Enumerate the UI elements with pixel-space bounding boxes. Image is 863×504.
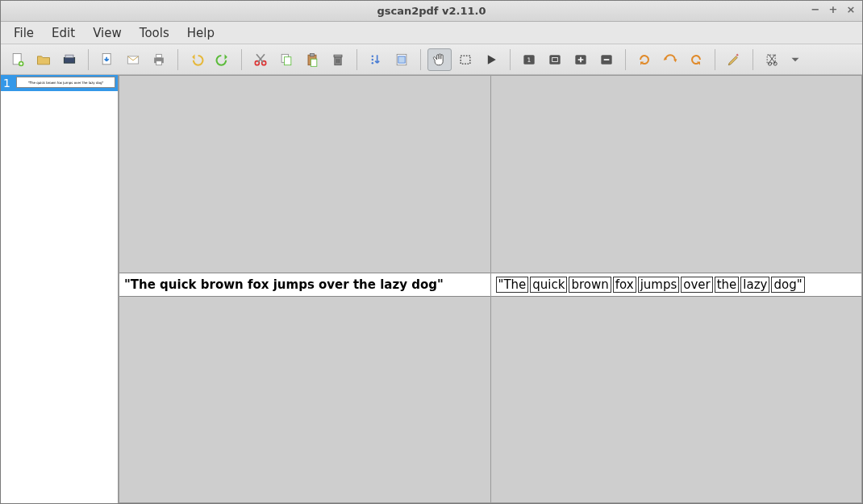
delete-icon[interactable] (326, 48, 350, 71)
pan-hand-icon[interactable] (427, 48, 452, 71)
menubar: File Edit View Tools Help (1, 22, 862, 44)
svg-rect-12 (285, 56, 291, 65)
window-title: gscan2pdf v2.11.0 (377, 5, 486, 17)
svg-rect-22 (398, 56, 405, 62)
thumbnail-panel[interactable]: 1 "The quick brown fox jumps over the la… (1, 75, 119, 503)
svg-point-31 (768, 61, 771, 65)
zoom-100-icon[interactable]: 1 (517, 48, 541, 71)
svg-rect-23 (461, 56, 470, 64)
menu-view[interactable]: View (85, 23, 130, 43)
svg-rect-17 (334, 55, 342, 57)
svg-rect-15 (311, 59, 317, 66)
menu-file[interactable]: File (6, 23, 42, 43)
svg-text:1: 1 (527, 56, 532, 64)
redo-icon[interactable] (211, 48, 235, 71)
image-view[interactable]: "The quick brown fox jumps over the lazy… (119, 75, 490, 503)
window-controls: − + × (809, 3, 857, 15)
svg-rect-26 (549, 55, 560, 65)
toolbar: 1 (1, 44, 862, 75)
ocr-word[interactable]: the (715, 277, 740, 293)
menu-tools[interactable]: Tools (131, 23, 177, 43)
select-rect-icon[interactable] (453, 48, 477, 71)
document-text: "The quick brown fox jumps over the lazy… (124, 277, 444, 292)
renumber-icon[interactable] (364, 48, 388, 71)
ocr-word[interactable]: quick (530, 277, 567, 293)
select-all-icon[interactable] (390, 48, 414, 71)
ocr-word[interactable]: jumps (638, 277, 680, 293)
ocr-word[interactable]: brown (569, 277, 611, 293)
crop-icon[interactable] (760, 48, 784, 71)
rotate-180-icon[interactable] (658, 48, 682, 71)
zoom-fit-icon[interactable] (543, 48, 567, 71)
open-folder-icon[interactable] (31, 48, 56, 71)
rotate-ccw-icon[interactable] (684, 48, 708, 71)
svg-point-19 (372, 58, 374, 60)
workspace: 1 "The quick brown fox jumps over the la… (1, 75, 862, 503)
svg-rect-3 (65, 55, 73, 57)
thumbnail-item[interactable]: 1 "The quick brown fox jumps over the la… (1, 75, 118, 91)
thumbnail-number: 1 (3, 77, 13, 90)
menu-help[interactable]: Help (179, 23, 223, 43)
email-icon[interactable] (121, 48, 145, 71)
close-button[interactable]: × (844, 3, 857, 15)
titlebar: gscan2pdf v2.11.0 − + × (1, 1, 862, 22)
play-icon[interactable] (479, 48, 503, 71)
thumbnail-preview: "The quick brown fox jumps over the lazy… (16, 77, 115, 88)
cut-icon[interactable] (248, 48, 273, 71)
print-icon[interactable] (147, 48, 171, 71)
ocr-word[interactable]: lazy (740, 277, 769, 293)
ocr-word[interactable]: "The (496, 277, 529, 293)
scanner-icon[interactable] (57, 48, 81, 71)
overflow-menu-icon[interactable] (787, 48, 803, 71)
ocr-word[interactable]: fox (613, 277, 636, 293)
ocr-word[interactable]: over (681, 277, 712, 293)
ocr-content-strip: "Thequickbrownfoxjumpsoverthelazydog" (491, 273, 862, 297)
page-content-strip: "The quick brown fox jumps over the lazy… (119, 273, 490, 297)
svg-point-20 (372, 61, 374, 64)
minimize-button[interactable]: − (809, 3, 822, 15)
undo-icon[interactable] (185, 48, 209, 71)
rotate-cw-icon[interactable] (632, 48, 657, 71)
ocr-view[interactable]: "Thequickbrownfoxjumpsoverthelazydog" (490, 75, 863, 503)
views-container: "The quick brown fox jumps over the lazy… (119, 75, 862, 503)
svg-rect-2 (64, 57, 74, 63)
paste-icon[interactable] (300, 48, 324, 71)
new-document-icon[interactable] (6, 48, 30, 71)
svg-point-18 (372, 55, 374, 57)
svg-rect-8 (156, 60, 162, 65)
copy-icon[interactable] (274, 48, 298, 71)
menu-edit[interactable]: Edit (44, 23, 83, 43)
svg-rect-7 (156, 54, 162, 57)
edit-image-icon[interactable] (722, 48, 746, 71)
ocr-word[interactable]: dog" (771, 277, 804, 293)
save-icon[interactable] (95, 48, 119, 71)
zoom-in-icon[interactable] (569, 48, 593, 71)
svg-rect-14 (311, 53, 315, 56)
maximize-button[interactable]: + (827, 3, 840, 15)
zoom-out-icon[interactable] (594, 48, 619, 71)
